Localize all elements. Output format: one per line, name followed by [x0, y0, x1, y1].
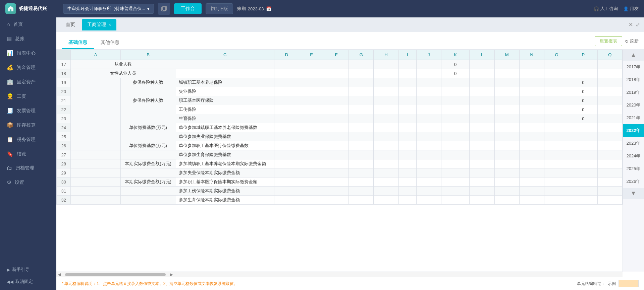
cell-b22[interactable]: [120, 105, 176, 114]
cell-k18[interactable]: 0: [441, 69, 470, 78]
cell-f29[interactable]: [324, 168, 349, 177]
cell-e31[interactable]: [299, 187, 324, 196]
cell-n29[interactable]: [519, 168, 544, 177]
tab-home[interactable]: 首页: [60, 19, 80, 30]
cell-o18[interactable]: [544, 69, 569, 78]
cell-c17[interactable]: [176, 60, 274, 69]
cell-f22[interactable]: [324, 105, 349, 114]
cell-d17[interactable]: [274, 60, 299, 69]
cell-i24[interactable]: [398, 123, 416, 132]
cell-g17[interactable]: [349, 60, 374, 69]
cell-d22[interactable]: [274, 105, 299, 114]
cell-c25[interactable]: 单位参加失业保险缴费基数: [176, 132, 274, 141]
cell-p29[interactable]: [569, 168, 598, 177]
cell-j19[interactable]: [416, 78, 441, 87]
horizontal-scrollbar[interactable]: ◀ ▶: [56, 272, 623, 277]
cell-f21[interactable]: [324, 96, 349, 105]
cell-e18[interactable]: [299, 69, 324, 78]
cell-e21[interactable]: [299, 96, 324, 105]
cell-d20[interactable]: [274, 87, 299, 96]
cell-j28[interactable]: [416, 159, 441, 168]
cell-k20[interactable]: [441, 87, 470, 96]
cell-e26[interactable]: [299, 141, 324, 150]
cell-f20[interactable]: [324, 87, 349, 96]
expand-panel-icon[interactable]: ⤢: [636, 21, 640, 28]
cell-i18[interactable]: [398, 69, 416, 78]
cell-g26[interactable]: [349, 141, 374, 150]
cell-m32[interactable]: [494, 196, 519, 205]
cell-d26[interactable]: [274, 141, 299, 150]
year-2021[interactable]: 2021年: [623, 112, 644, 124]
cell-c32[interactable]: 参加生育保险本期实际缴费金额: [176, 196, 274, 205]
tab-gongshang[interactable]: 工商管理 ×: [82, 19, 116, 30]
cell-b24[interactable]: 单位缴费基数(万元): [120, 123, 176, 132]
cell-j18[interactable]: [416, 69, 441, 78]
cell-i29[interactable]: [398, 168, 416, 177]
cell-q20[interactable]: [597, 87, 622, 96]
cell-b21[interactable]: 参保各险种人数: [120, 96, 176, 105]
cell-d29[interactable]: [274, 168, 299, 177]
sidebar-item-inventory[interactable]: 📦 库存核算: [0, 118, 56, 132]
cell-k23[interactable]: [441, 114, 470, 123]
cell-a31[interactable]: [71, 187, 120, 196]
cell-e29[interactable]: [299, 168, 324, 177]
cell-a26[interactable]: [71, 141, 120, 150]
spreadsheet-wrap[interactable]: A B C D E F G H I J K L: [56, 50, 623, 272]
cell-a25[interactable]: [71, 132, 120, 141]
cell-m25[interactable]: [494, 132, 519, 141]
cell-n23[interactable]: [519, 114, 544, 123]
cell-j29[interactable]: [416, 168, 441, 177]
cell-p25[interactable]: [569, 132, 598, 141]
new-guide-button[interactable]: ▶ 新手引导: [5, 265, 51, 275]
sidebar-item-invoice[interactable]: 🧾 发票管理: [0, 103, 56, 118]
cell-o24[interactable]: [544, 123, 569, 132]
cell-f25[interactable]: [324, 132, 349, 141]
cell-n22[interactable]: [519, 105, 544, 114]
cell-e24[interactable]: [299, 123, 324, 132]
cell-p24[interactable]: [569, 123, 598, 132]
cell-p26[interactable]: [569, 141, 598, 150]
cell-h30[interactable]: [374, 177, 398, 187]
h-scrollbar-thumb[interactable]: [65, 273, 166, 276]
cell-a29[interactable]: [71, 168, 120, 177]
cell-e19[interactable]: [299, 78, 324, 87]
cell-e23[interactable]: [299, 114, 324, 123]
cell-j27[interactable]: [416, 150, 441, 159]
cell-l30[interactable]: [470, 177, 494, 187]
cell-q23[interactable]: [597, 114, 622, 123]
cell-e17[interactable]: [299, 60, 324, 69]
cell-a23[interactable]: [71, 114, 120, 123]
cell-p31[interactable]: [569, 187, 598, 196]
close-panel-icon[interactable]: ✕: [629, 21, 633, 28]
cell-h21[interactable]: [374, 96, 398, 105]
cell-j25[interactable]: [416, 132, 441, 141]
cell-c29[interactable]: 参加失业保险本期实际缴费金额: [176, 168, 274, 177]
cell-g25[interactable]: [349, 132, 374, 141]
cell-q22[interactable]: [597, 105, 622, 114]
cell-g32[interactable]: [349, 196, 374, 205]
cell-h28[interactable]: [374, 159, 398, 168]
cell-f23[interactable]: [324, 114, 349, 123]
cell-k24[interactable]: [441, 123, 470, 132]
cell-o32[interactable]: [544, 196, 569, 205]
cell-b25[interactable]: [120, 132, 176, 141]
cell-p23[interactable]: 0: [569, 114, 598, 123]
cell-f27[interactable]: [324, 150, 349, 159]
cell-a17[interactable]: 从业人数: [71, 60, 176, 69]
year-2023[interactable]: 2023年: [623, 137, 644, 150]
cell-n18[interactable]: [519, 69, 544, 78]
cell-d23[interactable]: [274, 114, 299, 123]
year-2017[interactable]: 2017年: [623, 61, 644, 73]
cell-i28[interactable]: [398, 159, 416, 168]
cell-g30[interactable]: [349, 177, 374, 187]
cell-h31[interactable]: [374, 187, 398, 196]
cell-q21[interactable]: [597, 96, 622, 105]
cell-o20[interactable]: [544, 87, 569, 96]
cell-c26[interactable]: 单位参加职工基本医疗保险缴费基数: [176, 141, 274, 150]
cell-o30[interactable]: [544, 177, 569, 187]
cell-f32[interactable]: [324, 196, 349, 205]
cell-m24[interactable]: [494, 123, 519, 132]
cell-q27[interactable]: [597, 150, 622, 159]
year-2025[interactable]: 2025年: [623, 162, 644, 175]
cell-m23[interactable]: [494, 114, 519, 123]
